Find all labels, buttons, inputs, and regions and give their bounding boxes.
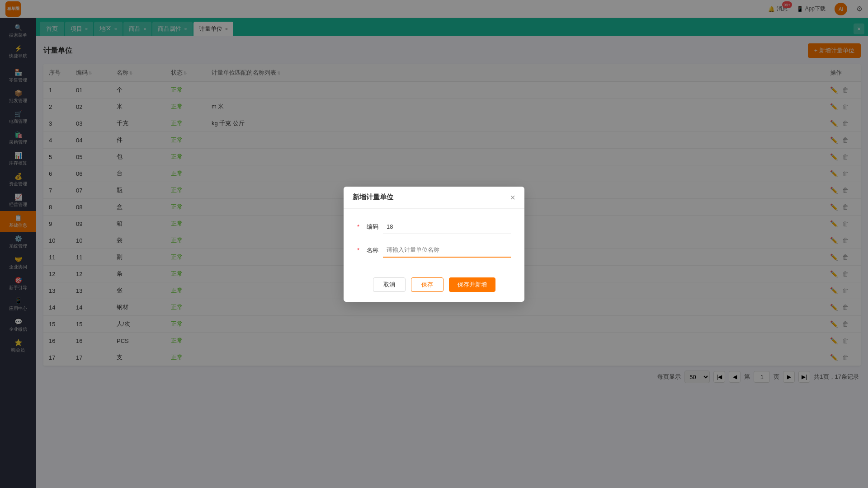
name-required-mark: *	[357, 247, 359, 253]
save-button[interactable]: 保存	[411, 277, 443, 292]
modal-overlay: 新增计量单位 × * 编码 * 名称 取消 保存 保存并新增	[0, 0, 868, 488]
modal: 新增计量单位 × * 编码 * 名称 取消 保存 保存并新增	[344, 187, 524, 302]
modal-close-button[interactable]: ×	[510, 193, 515, 202]
code-required-mark: *	[357, 223, 359, 230]
cancel-button[interactable]: 取消	[373, 277, 406, 292]
modal-body: * 编码 * 名称	[344, 209, 524, 274]
modal-title: 新增计量单位	[353, 193, 393, 202]
name-input[interactable]	[383, 243, 511, 258]
code-field-label: 编码	[360, 223, 378, 231]
code-form-row: * 编码	[357, 220, 511, 234]
modal-footer: 取消 保存 保存并新增	[344, 274, 524, 302]
code-input[interactable]	[383, 220, 511, 234]
modal-header: 新增计量单位 ×	[344, 187, 524, 209]
name-field-label: 名称	[360, 246, 378, 254]
name-form-row: * 名称	[357, 243, 511, 258]
save-continue-button[interactable]: 保存并新增	[449, 277, 495, 292]
